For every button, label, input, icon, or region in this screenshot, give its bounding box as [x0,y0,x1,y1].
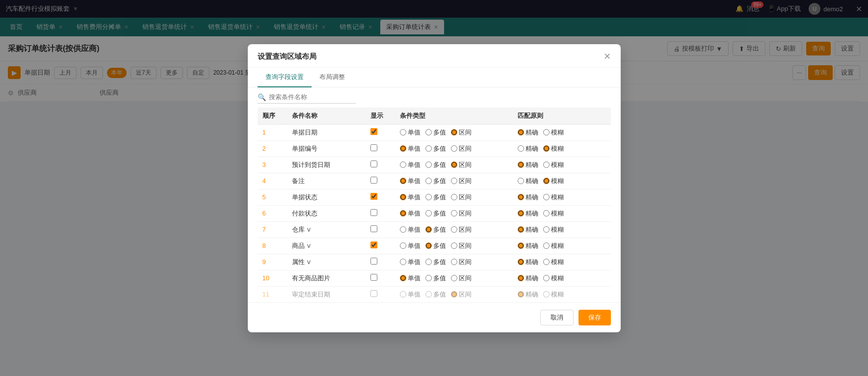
modal-title: 设置查询区域布局 [258,52,316,61]
modal-search-area: 🔍 [248,87,621,102]
modal-tabs: 查询字段设置 布局调整 [248,68,621,87]
search-box: 🔍 [258,93,356,102]
search-icon: 🔍 [258,93,266,101]
search-input[interactable] [266,93,356,101]
modal-tab-layout[interactable]: 布局调整 [312,68,353,87]
modal-header: 设置查询区域布局 ✕ [248,44,621,68]
modal-tab-query-fields[interactable]: 查询字段设置 [258,68,312,87]
modal-overlay: 设置查询区域布局 ✕ 查询字段设置 布局调整 🔍 顺序 条件名称 显示 [0,0,868,102]
modal-close-btn[interactable]: ✕ [604,52,611,61]
settings-modal: 设置查询区域布局 ✕ 查询字段设置 布局调整 🔍 顺序 条件名称 显示 [248,44,621,102]
